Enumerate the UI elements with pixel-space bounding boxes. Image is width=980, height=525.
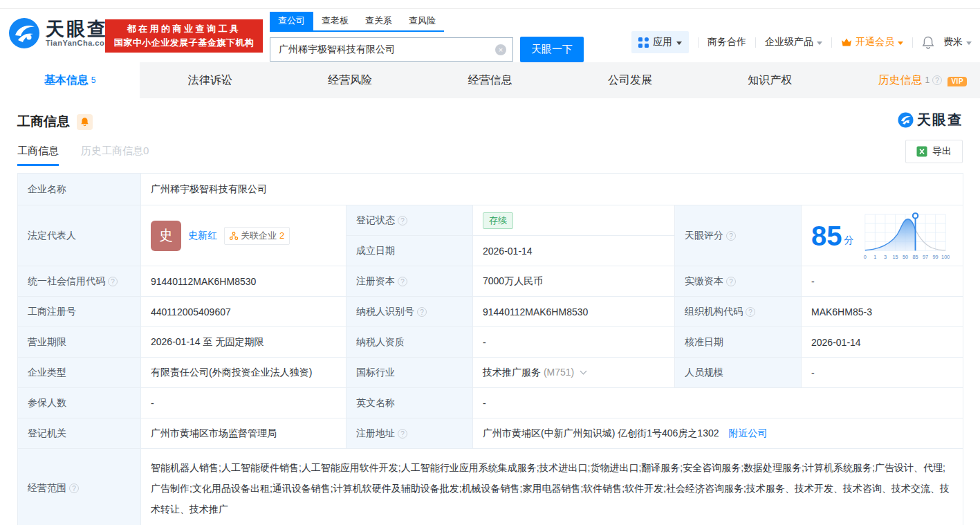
related-companies-badge[interactable]: 关联企业 2 [224,227,290,245]
nearby-companies-link[interactable]: 附近公司 [728,427,767,439]
tab-operating-info[interactable]: 经营信息 [420,62,560,98]
help-icon[interactable] [726,231,736,241]
search-area: 查公司 查老板 查关系 查风险 天眼一下 [270,12,584,62]
search-input[interactable] [270,37,513,62]
tab-operating-risk[interactable]: 经营风险 [280,62,420,98]
svg-text:97: 97 [923,253,928,259]
address-cell: 广州市黄埔区(中新广州知识城) 亿创街1号406房之1302 附近公司 [473,418,963,449]
svg-text:1: 1 [873,253,876,259]
help-icon[interactable] [108,277,118,286]
reg-capital-label: 注册资本 [346,266,473,297]
sub-tabs: 工商信息 历史工商信息0 导出 [17,144,963,166]
tab-intellectual-property[interactable]: 知识产权 [700,62,840,98]
table-row: 参保人数 - 英文名称 - [18,388,963,418]
reg-status-value: 存续 [473,205,675,236]
subtab-business-info[interactable]: 工商信息 [17,145,59,166]
score-label: 天眼评分 [675,205,802,266]
subscribe-bell-icon[interactable] [77,114,93,130]
export-button[interactable]: 导出 [905,140,963,163]
chevron-down-icon [966,42,972,45]
help-icon[interactable] [932,75,942,85]
table-row: 法定代表人 史 史新红 关联企业 2 [18,205,963,236]
address-value: 广州市黄埔区(中新广州知识城) 亿创街1号406房之1302 [483,427,719,439]
tianyancha-logo[interactable]: 天眼查 TianYanCha.com [8,17,111,49]
reg-number-value: 440112005409607 [141,297,346,327]
clear-search-icon[interactable] [495,44,506,55]
tab-history-info[interactable]: 历史信息 1 VIP [840,62,980,98]
business-info-section: 工商信息 天眼查 工商信息 历史工商信息0 导出 [0,98,980,525]
chevron-down-icon [817,42,822,45]
search-tab-relation[interactable]: 查关系 [357,12,400,30]
svg-text:3: 3 [883,253,886,259]
tab-basic-info[interactable]: 基本信息 5 [0,62,140,98]
help-icon[interactable] [69,483,79,493]
english-name-value: - [473,388,963,418]
chevron-down-icon [898,42,903,45]
legal-rep-avatar[interactable]: 史 [151,221,181,251]
help-icon[interactable] [746,307,755,317]
slogan-banner: 都在用的商业查询工具 国家中小企业发展子基金旗下机构 [105,19,263,53]
table-row: 企业名称 广州稀宇极智科技有限公司 [18,174,963,205]
tab-legal-proceedings[interactable]: 法律诉讼 [140,62,279,98]
reg-authority-label: 登记机关 [18,418,141,449]
taxpayer-id-value: 91440112MAK6HM8530 [473,297,675,327]
crown-icon [841,37,852,47]
scope-value: 智能机器人销售;人工智能硬件销售;人工智能应用软件开发;人工智能行业应用系统集成… [141,449,963,525]
chevron-down-icon [580,367,587,374]
notification-bell-icon[interactable] [922,36,934,49]
help-icon[interactable] [398,216,407,225]
apps-menu[interactable]: 应用 [631,31,689,53]
help-icon[interactable] [726,277,736,286]
company-type-label: 企业类型 [18,358,141,388]
status-badge: 存续 [483,212,513,229]
reg-status-label: 登记状态 [346,205,473,236]
insured-label: 参保人数 [18,388,141,418]
subtab-history-business-info[interactable]: 历史工商信息0 [81,145,149,166]
taxpayer-quality-label: 纳税人资质 [346,327,473,358]
table-row: 登记机关 广州市黄埔区市场监督管理局 注册地址 广州市黄埔区(中新广州知识城) … [18,418,963,449]
table-row: 经营范围 智能机器人销售;人工智能硬件销售;人工智能应用软件开发;人工智能行业应… [18,449,963,525]
table-row: 企业类型 有限责任公司(外商投资企业法人独资) 国标行业 技术推广服务 (M75… [18,358,963,388]
nav-open-vip[interactable]: 开通会员 [841,36,903,48]
apps-label: 应用 [653,36,672,48]
paid-capital-label: 实缴资本 [675,266,802,297]
search-tab-risk[interactable]: 查风险 [400,12,444,30]
nav-business-cooperation[interactable]: 商务合作 [708,36,746,48]
org-code-value: MAK6HM85-3 [802,297,963,327]
table-row: 工商注册号 440112005409607 纳税人识别号 91440112MAK… [18,297,963,327]
search-tab-company[interactable]: 查公司 [270,12,313,30]
user-menu[interactable]: 费米 [943,36,972,48]
legal-rep-name-link[interactable]: 史新红 [188,230,217,242]
excel-icon [916,146,927,157]
company-nav-tabs: 基本信息 5 法律诉讼 经营风险 经营信息 公司发展 知识产权 历史信息 1 V… [0,62,980,98]
site-header: 天眼查 TianYanCha.com 都在用的商业查询工具 国家中小企业发展子基… [0,9,980,62]
section-title: 工商信息 [17,113,70,131]
network-icon [230,232,238,240]
score-cell: 85 分 [802,205,963,266]
approval-date-label: 核准日期 [675,327,802,358]
tab-company-development[interactable]: 公司发展 [560,62,700,98]
credit-code-value: 91440112MAK6HM8530 [141,266,346,297]
industry-code: (M751) [544,367,574,378]
paid-capital-value: - [802,266,963,297]
taxpayer-quality-value: - [473,327,675,358]
chevron-down-icon [676,42,682,45]
help-icon[interactable] [398,429,407,439]
staff-size-label: 人员规模 [675,358,802,388]
industry-value[interactable]: 技术推广服务 (M751) [473,358,675,388]
insured-value: - [141,388,346,418]
search-tab-boss[interactable]: 查老板 [313,12,357,30]
business-term-label: 营业期限 [18,327,141,358]
nav-enterprise-products[interactable]: 企业级产品 [765,36,822,48]
page-top-strip [0,0,980,9]
establish-date-value: 2026-01-14 [473,236,675,266]
divider [755,37,756,48]
help-icon[interactable] [417,307,427,317]
watermark-text: 天眼查 [917,111,963,129]
svg-text:85: 85 [912,253,918,259]
legal-rep-label: 法定代表人 [18,205,141,266]
help-icon[interactable] [398,277,407,286]
svg-text:0: 0 [863,253,866,259]
establish-date-label: 成立日期 [346,236,473,266]
search-button[interactable]: 天眼一下 [520,37,584,62]
